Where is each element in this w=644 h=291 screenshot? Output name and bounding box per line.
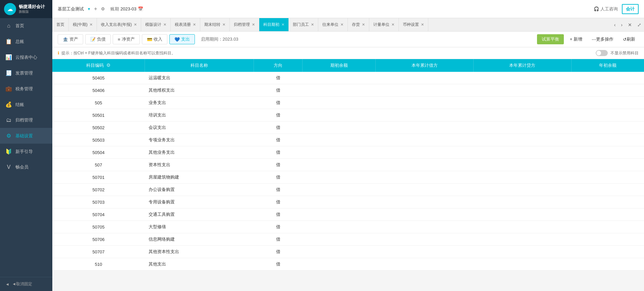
nav-icon-ledger: 📋 xyxy=(5,38,12,45)
sub-tab-净资产[interactable]: ≡净资产 xyxy=(113,34,140,44)
tab-----[interactable]: 税表清册✕ xyxy=(171,18,200,32)
table-row[interactable]: 50502 会议支出 借 xyxy=(52,122,644,134)
col-name: 科目名称 xyxy=(145,59,254,72)
sub-tab-负债[interactable]: 📝负债 xyxy=(85,34,111,44)
sidebar-footer[interactable]: ◄ ◄取消固定 xyxy=(0,277,52,291)
tab-close-icon[interactable]: ✕ xyxy=(222,22,225,27)
table-row[interactable]: 50703 专用设备购置 借 xyxy=(52,196,644,208)
tab-close-icon[interactable]: ✕ xyxy=(281,22,284,27)
table-row[interactable]: 50707 其他资本性支出 借 xyxy=(52,246,644,258)
support-button[interactable]: 🎧 人工咨询 xyxy=(594,6,618,12)
table-row[interactable]: 50405 运温暖支出 借 xyxy=(52,72,644,84)
cell-name: 资本性支出 xyxy=(145,159,254,171)
nav-icon-invoice: 🧾 xyxy=(5,70,12,76)
tabs-prev-button[interactable]: ‹ xyxy=(611,18,619,32)
sidebar: ☁ 畅捷通好会计 旗舰版 ⌂首页📋总账📊云报表中心🧾发票管理💼税务管理💰结账🗂归… xyxy=(0,0,52,291)
sidebar-item-archive[interactable]: 🗂归档管理 xyxy=(0,112,52,128)
calendar-icon[interactable]: 📅 xyxy=(138,6,143,11)
tab-----[interactable]: 部门员工✕ xyxy=(289,18,318,32)
tab-----[interactable]: 往来单位✕ xyxy=(318,18,348,32)
disable-toggle[interactable] xyxy=(596,50,608,56)
cell-year-balance xyxy=(571,134,644,146)
add-button[interactable]: + 新增 xyxy=(567,35,586,44)
sub-tab-label: 收入 xyxy=(154,36,162,42)
sidebar-item-ledger[interactable]: 📋总账 xyxy=(0,34,52,49)
table-row[interactable]: 50501 培训支出 借 xyxy=(52,109,644,122)
tab-close-icon[interactable]: ✕ xyxy=(193,22,196,27)
tab---[interactable]: 首页 xyxy=(52,18,69,32)
table-row[interactable]: 510 其他支出 借 xyxy=(52,258,644,271)
sub-tab-支出[interactable]: 💙支出 xyxy=(169,34,195,44)
project-settings-icon[interactable]: ⚙ xyxy=(101,6,105,11)
cell-code: 50501 xyxy=(52,109,145,122)
project-add-icon[interactable]: ＋ xyxy=(93,5,98,12)
table-row[interactable]: 507 资本性支出 借 xyxy=(52,159,644,171)
cell-balance xyxy=(302,246,375,258)
sidebar-item-report[interactable]: 📊云报表中心 xyxy=(0,49,52,65)
tab------[interactable]: 税(中期)✕ xyxy=(69,18,97,32)
tab-close-icon[interactable]: ✕ xyxy=(134,22,137,27)
sidebar-item-guide[interactable]: 🔰新手引导 xyxy=(0,144,52,159)
tab-close-icon[interactable]: ✕ xyxy=(362,22,365,27)
cell-debit xyxy=(376,122,474,134)
tab-close-icon[interactable]: ✕ xyxy=(163,22,166,27)
tab-----[interactable]: 归档管理✕ xyxy=(230,18,259,32)
table-row[interactable]: 50704 交通工具购置 借 xyxy=(52,208,644,221)
account-button[interactable]: 会计 xyxy=(622,4,639,14)
cell-name: 专用设备购置 xyxy=(145,196,254,208)
sidebar-item-tax[interactable]: 💼税务管理 xyxy=(0,81,52,97)
tab-----[interactable]: 模版设计✕ xyxy=(141,18,171,32)
sidebar-item-invoice[interactable]: 🧾发票管理 xyxy=(0,65,52,81)
table-container: 科目编码 ⚙ 科目名称 方向 期初余额 本年累计借方 本年累计贷方 年初余额 5… xyxy=(52,59,644,291)
tab-----[interactable]: 计量单位✕ xyxy=(369,18,399,32)
project-dropdown-icon[interactable]: ▾ xyxy=(88,6,90,11)
cell-dir: 借 xyxy=(254,258,302,271)
tab----------[interactable]: 收入支出表(年报)✕ xyxy=(97,18,141,32)
refresh-button[interactable]: ↺ 刷新 xyxy=(620,35,639,44)
tab---[interactable]: 存货✕ xyxy=(348,18,369,32)
cell-debit xyxy=(376,109,474,122)
tabs-navigation: ‹ › ✕ ⤢ xyxy=(611,18,644,32)
tab-close-icon[interactable]: ✕ xyxy=(391,22,394,27)
sub-tab-label: 支出 xyxy=(181,36,190,42)
balance-button[interactable]: 试算平衡 xyxy=(537,34,564,44)
table-row[interactable]: 505 业务支出 借 xyxy=(52,97,644,109)
tab-close-icon[interactable]: ✕ xyxy=(90,22,93,27)
sub-tab-收入[interactable]: 💳收入 xyxy=(142,34,167,44)
sidebar-item-home[interactable]: ⌂首页 xyxy=(0,18,52,34)
cell-debit xyxy=(376,184,474,196)
toggle-label: 不显示禁用科目 xyxy=(610,50,639,56)
cell-year-balance xyxy=(571,196,644,208)
table-row[interactable]: 50504 其他业务支出 借 xyxy=(52,146,644,159)
table-row[interactable]: 50702 办公设备购置 借 xyxy=(52,184,644,196)
cell-credit xyxy=(473,221,571,233)
sidebar-item-vip[interactable]: V畅会员 xyxy=(0,159,52,175)
tab-close-icon[interactable]: ✕ xyxy=(340,22,343,27)
tabs-close-button[interactable]: ✕ xyxy=(625,18,635,32)
tab-----[interactable]: 币种设置✕ xyxy=(399,18,428,32)
table-row[interactable]: 50503 专项业务支出 借 xyxy=(52,134,644,146)
cell-credit xyxy=(473,84,571,97)
tab-close-icon[interactable]: ✕ xyxy=(311,22,314,27)
tab-label: 首页 xyxy=(56,22,64,28)
table-row[interactable]: 50706 信息网络购建 借 xyxy=(52,233,644,246)
tabs-expand-button[interactable]: ⤢ xyxy=(635,18,644,32)
col-settings-icon[interactable]: ⚙ xyxy=(106,62,111,68)
nav-icon-report: 📊 xyxy=(5,54,12,60)
tab-----[interactable]: 科目期初✕ xyxy=(259,18,289,32)
tabs-next-button[interactable]: › xyxy=(618,18,625,32)
sub-tab-资产[interactable]: 🏦资产 xyxy=(58,34,83,44)
tab-close-icon[interactable]: ✕ xyxy=(421,22,424,27)
table-row[interactable]: 50701 房屋建筑物购建 借 xyxy=(52,171,644,184)
tab-----[interactable]: 期末结转✕ xyxy=(200,18,230,32)
tab-close-icon[interactable]: ✕ xyxy=(252,22,255,27)
table-row[interactable]: 50406 其他维权支出 借 xyxy=(52,84,644,97)
cell-debit xyxy=(376,208,474,221)
table-row[interactable]: 50705 大型修缮 借 xyxy=(52,221,644,233)
sub-tabs: 🏦资产📝负债≡净资产💳收入💙支出启用期间：2023.03 试算平衡 + 新增 ⋯… xyxy=(52,32,644,47)
sidebar-item-settle[interactable]: 💰结账 xyxy=(0,97,52,112)
nav-label-report: 云报表中心 xyxy=(15,54,37,60)
more-button[interactable]: ⋯ 更多操作 xyxy=(588,35,617,44)
topbar: 基层工会测试 ▾ ＋ ⚙ 账期 2023-03 📅 🎧 人工咨询 会计 xyxy=(52,0,644,18)
sidebar-item-basic[interactable]: ⚙基础设置 xyxy=(0,128,52,144)
